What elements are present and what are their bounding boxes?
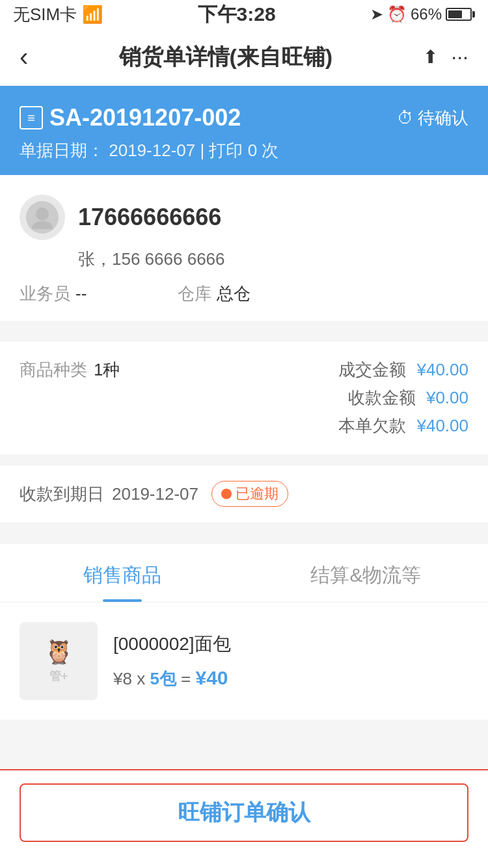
product-total: ¥40 — [195, 667, 228, 688]
debt-amount-value: ¥40.00 — [416, 416, 468, 436]
due-date-label: 收款到期日 — [20, 483, 104, 506]
product-type-label: 商品种类 — [20, 359, 87, 381]
due-date-section: 收款到期日 2019-12-07 已逾期 — [0, 465, 488, 523]
customer-meta: 业务员 -- 仓库 总仓 — [20, 282, 468, 305]
due-date-value: 2019-12-07 — [112, 484, 198, 504]
product-info: [0000002]面包 ¥8 x 5包 = ¥40 — [113, 632, 468, 690]
status-bar: 无SIM卡 📶 下午3:28 ➤ ⏰ 66% — [0, 0, 488, 29]
order-date-value: 2019-12-07 — [109, 141, 195, 160]
product-type-value: 1种 — [94, 359, 120, 381]
divider-2 — [0, 534, 488, 544]
product-section: 🦉 管+ [0000002]面包 ¥8 x 5包 = ¥40 — [0, 603, 488, 720]
receipt-amount-label: 收款金额 — [348, 387, 416, 409]
product-qty: 5包 — [150, 669, 176, 688]
equals-sign: = — [176, 669, 196, 688]
order-number-text: SA-20191207-002 — [49, 104, 241, 131]
customer-name: 张，156 6666 6666 — [78, 248, 468, 271]
order-date-row: 单据日期： 2019-12-07 | 打印 0 次 — [20, 139, 468, 162]
order-type-icon: ≡ — [20, 106, 43, 129]
tab-settlement-label: 结算&物流等 — [310, 564, 421, 586]
amount-left: 商品种类 1种 — [20, 359, 120, 381]
nav-actions: ⬆ ··· — [423, 45, 468, 69]
deal-amount-label: 成交金额 — [338, 359, 406, 381]
amount-section: 商品种类 1种 成交金额 ¥40.00 收款金额 ¥0.00 本单欠款 ¥40.… — [0, 342, 488, 454]
print-count: | 打印 0 次 — [200, 141, 278, 160]
customer-section: 17666666666 张，156 6666 6666 业务员 -- 仓库 总仓 — [0, 175, 488, 321]
status-right: ➤ ⏰ 66% — [370, 5, 475, 23]
tab-settlement[interactable]: 结算&物流等 — [244, 544, 488, 602]
avatar-icon — [26, 201, 59, 234]
price-base: ¥8 x — [113, 669, 150, 688]
tabs-section: 销售商品 结算&物流等 — [0, 544, 488, 603]
deal-amount-value: ¥40.00 — [416, 360, 468, 380]
deal-amount-row: 成交金额 ¥40.00 — [338, 359, 468, 381]
status-left: 无SIM卡 📶 — [13, 3, 103, 26]
order-status: ⏱ 待确认 — [397, 107, 468, 129]
avatar — [20, 195, 65, 240]
customer-phone: 17666666666 — [78, 204, 221, 231]
confirm-order-button[interactable]: 旺铺订单确认 — [20, 783, 468, 842]
location-icon: ➤ — [370, 5, 383, 23]
svg-point-0 — [36, 208, 49, 221]
page-title: 销货单详情(来自旺铺) — [119, 42, 333, 72]
overdue-badge: 已逾期 — [211, 481, 288, 507]
divider-1 — [0, 331, 488, 342]
wifi-icon: 📶 — [82, 5, 103, 25]
status-time: 下午3:28 — [198, 1, 276, 28]
warehouse-label: 仓库 — [178, 282, 211, 305]
customer-phone-row: 17666666666 — [20, 195, 468, 240]
product-logo-icon: 🦉 — [44, 638, 74, 666]
warehouse-value: 总仓 — [217, 282, 251, 305]
order-header-card: ≡ SA-20191207-002 ⏱ 待确认 单据日期： 2019-12-07… — [0, 86, 488, 175]
more-button[interactable]: ··· — [451, 45, 468, 69]
date-prefix: 单据日期： — [20, 141, 104, 160]
bottom-bar: 旺铺订单确认 — [0, 769, 488, 868]
battery-percent: 66% — [411, 5, 442, 23]
sales-label: 业务员 — [20, 282, 70, 305]
receipt-amount-row: 收款金额 ¥0.00 — [348, 387, 468, 409]
status-clock-icon: ⏱ — [397, 108, 414, 128]
warehouse-item: 仓库 总仓 — [178, 282, 251, 305]
tab-sales[interactable]: 销售商品 — [0, 544, 244, 602]
sales-value: -- — [75, 284, 87, 304]
order-number-row: ≡ SA-20191207-002 — [20, 104, 241, 131]
status-label: 待确认 — [418, 107, 468, 129]
nav-bar: ‹ 销货单详情(来自旺铺) ⬆ ··· — [0, 29, 488, 86]
amount-right: 成交金额 ¥40.00 收款金额 ¥0.00 本单欠款 ¥40.00 — [338, 359, 468, 437]
back-button[interactable]: ‹ — [20, 42, 28, 72]
product-type-row: 商品种类 1种 — [20, 359, 120, 381]
debt-amount-row: 本单欠款 ¥40.00 — [338, 414, 468, 437]
share-button[interactable]: ⬆ — [423, 46, 438, 68]
order-icon-symbol: ≡ — [27, 111, 35, 126]
product-thumbnail: 🦉 管+ — [20, 622, 98, 700]
debt-amount-label: 本单欠款 — [338, 414, 406, 437]
product-item: 🦉 管+ [0000002]面包 ¥8 x 5包 = ¥40 — [0, 603, 488, 720]
product-logo-text: 管+ — [49, 668, 68, 684]
overdue-dot-icon — [221, 489, 232, 499]
product-name: [0000002]面包 — [113, 632, 468, 657]
alarm-icon: ⏰ — [387, 5, 407, 23]
tab-sales-label: 销售商品 — [83, 564, 161, 586]
overdue-text: 已逾期 — [236, 484, 278, 504]
receipt-amount-value: ¥0.00 — [426, 388, 468, 408]
product-price-row: ¥8 x 5包 = ¥40 — [113, 667, 468, 690]
battery-icon — [446, 8, 475, 21]
sales-item: 业务员 -- — [20, 282, 87, 305]
tabs-row: 销售商品 结算&物流等 — [0, 544, 488, 603]
carrier-text: 无SIM卡 — [13, 3, 77, 26]
